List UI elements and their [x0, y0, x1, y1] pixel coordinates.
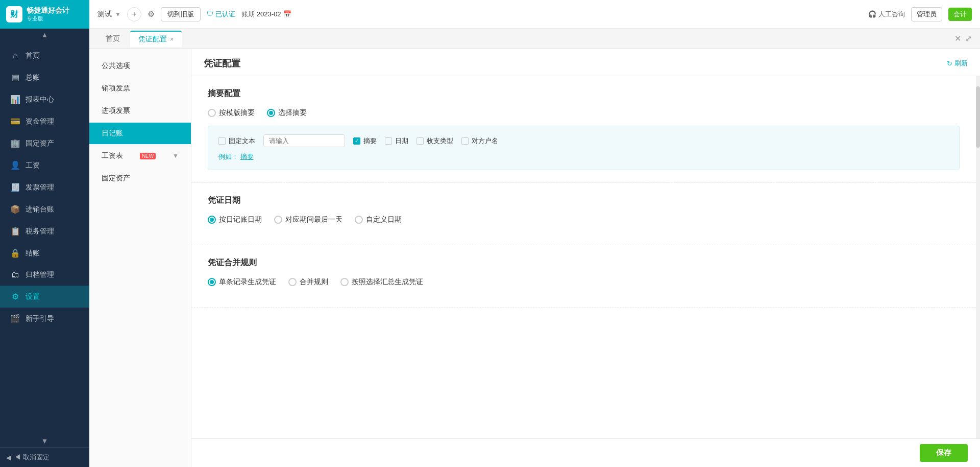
funds-icon: 💳: [10, 116, 20, 126]
ledger-icon: ▤: [10, 73, 20, 82]
role-btn[interactable]: 会计: [948, 8, 972, 21]
sidebar-bottom: ◀ ◀ 取消固定: [0, 447, 89, 467]
checkbox-fixed-text[interactable]: 固定文本: [218, 136, 255, 146]
summary-checkbox-label: 摘要: [363, 136, 377, 146]
main-panel: 凭证配置 ↻ 刷新 摘要配置: [191, 49, 980, 467]
logo-sub: 专业版: [27, 15, 69, 22]
select-merge-circle: [340, 278, 349, 286]
page-title: 凭证配置: [204, 57, 240, 69]
sidebar-item-settings[interactable]: ⚙ 设置: [0, 286, 89, 308]
example-value: 摘要: [240, 153, 254, 160]
sidebar-item-ledger[interactable]: ▤ 总账: [0, 66, 89, 88]
checkbox-date[interactable]: 日期: [385, 136, 408, 146]
sidebar-sales-invoice[interactable]: 销项发票: [89, 78, 191, 99]
period-last-label: 对应期间最后一天: [285, 215, 342, 224]
radio-select-summary[interactable]: 选择摘要: [267, 108, 307, 118]
single-record-circle: [208, 278, 216, 286]
sidebar-item-tax[interactable]: 📋 税务管理: [0, 220, 89, 242]
cancel-pin-btn[interactable]: ◀ ◀ 取消固定: [6, 453, 83, 462]
user-btn[interactable]: 管理员: [911, 7, 942, 21]
sidebar-item-reports[interactable]: 📊 报表中心: [0, 88, 89, 110]
tab-bar-close-icon[interactable]: ✕: [954, 34, 961, 43]
radio-period-last[interactable]: 对应期间最后一天: [274, 215, 342, 224]
sidebar-item-archive[interactable]: 🗂 归档管理: [0, 264, 89, 286]
journal-date-circle: [208, 216, 216, 224]
settings-gear-icon[interactable]: ⚙: [148, 9, 155, 19]
journal-date-label: 按日记账日期: [219, 215, 262, 224]
tab-voucher-config[interactable]: 凭证配置 ×: [130, 31, 182, 47]
tab-close-icon[interactable]: ×: [170, 36, 174, 43]
sidebar-item-payroll[interactable]: 👤 工资: [0, 154, 89, 176]
add-project-btn[interactable]: +: [127, 7, 141, 21]
sidebar-item-label: 新手引导: [26, 314, 54, 323]
select-merge-label: 按照选择汇总生成凭证: [352, 277, 423, 287]
project-selector[interactable]: 测试 ▼: [97, 10, 121, 19]
sidebar-item-invoices[interactable]: 🧾 发票管理: [0, 176, 89, 198]
sidebar-item-label: 发票管理: [26, 183, 54, 192]
switch-version-btn[interactable]: 切到旧版: [161, 7, 201, 21]
sidebar-item-home[interactable]: ⌂ 首页: [0, 45, 89, 66]
radio-merge-rule[interactable]: 合并规则: [288, 277, 328, 287]
sidebar-item-funds[interactable]: 💳 资金管理: [0, 110, 89, 132]
summary-checkbox-box: ✓: [353, 137, 360, 145]
checkbox-counterparty[interactable]: 对方户名: [461, 136, 498, 146]
radio-single-record[interactable]: 单条记录生成凭证: [208, 277, 276, 287]
refresh-btn[interactable]: ↻ 刷新: [947, 59, 968, 68]
radio-custom-date[interactable]: 自定义日期: [355, 215, 402, 224]
payroll-sheet-row: 工资表 NEW ▼: [102, 151, 179, 160]
certified-label: 已认证: [215, 10, 235, 19]
fixed-text-input[interactable]: [263, 134, 345, 147]
checkbox-payment-type[interactable]: 收支类型: [416, 136, 453, 146]
summary-options-box: 固定文本 ✓ 摘要 日期: [208, 126, 960, 170]
summary-radio-group: 按模版摘要 选择摘要: [208, 108, 960, 118]
cancel-pin-label: ◀ 取消固定: [14, 453, 50, 462]
sidebar-item-label: 归档管理: [26, 270, 54, 279]
merge-rule-label: 合并规则: [300, 277, 328, 287]
sidebar-item-label: 总账: [26, 73, 40, 82]
sidebar-scroll-down[interactable]: ▼: [0, 435, 89, 447]
merge-radio-group: 单条记录生成凭证 合并规则 按照选择汇总生成凭证: [208, 277, 960, 287]
fixed-text-label: 固定文本: [229, 136, 255, 146]
refresh-label: 刷新: [954, 59, 968, 68]
sidebar-item-label: 结账: [26, 249, 40, 258]
period-label: 账期: [241, 10, 255, 19]
page-footer: 保存: [191, 438, 980, 467]
tab-bar-expand-icon[interactable]: ⤢: [965, 34, 972, 43]
sidebar-item-closing[interactable]: 🔒 结账: [0, 242, 89, 264]
invoices-icon: 🧾: [10, 182, 20, 192]
summary-section: 摘要配置 按模版摘要 选择摘要: [191, 76, 976, 183]
sidebar-item-assets[interactable]: 🏢 固定资产: [0, 132, 89, 154]
inventory-icon: 📦: [10, 204, 20, 214]
radio-template-circle: [208, 109, 216, 117]
calendar-icon[interactable]: 📅: [283, 10, 291, 18]
sidebar-item-guide[interactable]: 🎬 新手引导: [0, 308, 89, 330]
sidebar-payroll-sheet[interactable]: 工资表 NEW ▼: [89, 145, 191, 167]
payment-type-label: 收支类型: [427, 136, 453, 146]
sidebar-scroll-up[interactable]: ▲: [0, 29, 89, 41]
home-icon: ⌂: [10, 51, 20, 60]
service-label: 人工咨询: [878, 10, 905, 19]
panel-header: 凭证配置 ↻ 刷新: [191, 49, 980, 76]
sidebar-journal[interactable]: 日记账: [89, 123, 191, 144]
service-btn[interactable]: 🎧 人工咨询: [868, 10, 905, 19]
merge-title: 凭证合并规则: [208, 258, 960, 268]
save-btn[interactable]: 保存: [920, 444, 968, 462]
sidebar-public[interactable]: 公共选项: [89, 55, 191, 77]
radio-journal-date[interactable]: 按日记账日期: [208, 215, 262, 224]
tab-home[interactable]: 首页: [97, 31, 128, 46]
sidebar-item-label: 报表中心: [26, 95, 54, 104]
checkbox-summary[interactable]: ✓ 摘要: [353, 136, 377, 146]
project-name: 测试: [97, 10, 112, 19]
logo-area: 财 畅捷通好会计 专业版: [0, 0, 89, 29]
sidebar-item-inventory[interactable]: 📦 进销台账: [0, 198, 89, 220]
radio-template-summary[interactable]: 按模版摘要: [208, 108, 255, 118]
single-record-label: 单条记录生成凭证: [219, 277, 276, 287]
page-content: 公共选项 销项发票 进项发票 日记账 工资表 NEW ▼: [89, 49, 980, 467]
sidebar-purchase-invoice[interactable]: 进项发票: [89, 100, 191, 122]
settings-icon: ⚙: [10, 292, 20, 301]
date-section: 凭证日期 按日记账日期 对应期间最后一天: [191, 183, 976, 245]
radio-select-merge[interactable]: 按照选择汇总生成凭证: [340, 277, 423, 287]
tab-bar: 首页 凭证配置 × ✕ ⤢: [89, 29, 980, 49]
sidebar-fixed-assets[interactable]: 固定资产: [89, 168, 191, 189]
right-scrollbar[interactable]: [976, 76, 980, 438]
